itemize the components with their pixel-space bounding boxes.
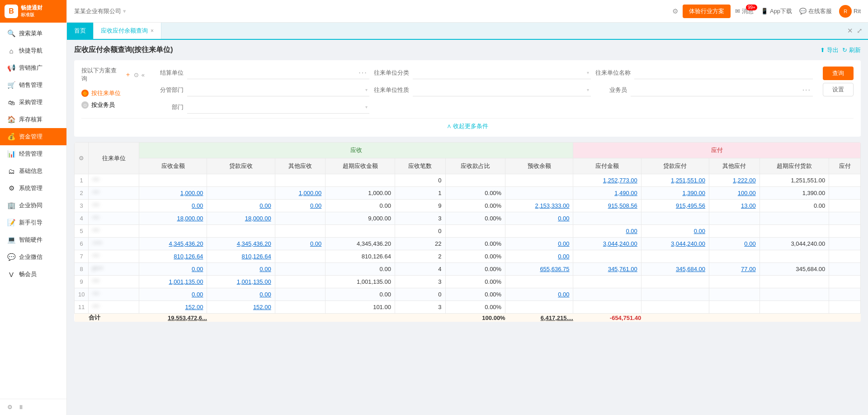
tab-arbalance-close[interactable]: × <box>151 28 154 34</box>
field-dept-input[interactable]: ▾ <box>187 84 369 96</box>
settings-footer-icon[interactable]: ⚙ <box>7 404 13 410</box>
solution-button[interactable]: 体验行业方案 <box>683 5 731 18</box>
table-footer-row: 合计 19,553,472,6... 100.00% 6,417,215....… <box>75 314 861 322</box>
footer-ar-amount[interactable]: 19,553,472,6... <box>139 314 207 322</box>
table-cell[interactable]: 0.00 <box>207 200 275 212</box>
table-cell[interactable]: 1,490.00 <box>573 187 641 200</box>
field-unit-category-input[interactable]: ▾ <box>413 67 591 79</box>
table-cell[interactable]: 0.00 <box>139 200 207 212</box>
scheme-collapse-icon[interactable]: « <box>142 72 145 78</box>
row-unit-name: *** <box>89 174 139 187</box>
sidebar-item-guide[interactable]: 📝 新手引导 <box>0 214 66 231</box>
tab-close-window-icon[interactable]: ✕ <box>847 27 853 35</box>
table-cell[interactable]: 152.00 <box>207 301 275 314</box>
th-ar-count: 应收笔数 <box>395 158 445 174</box>
query-button[interactable]: 查询 <box>823 67 854 80</box>
sidebar-item-enterprise[interactable]: 🏢 企业协同 <box>0 197 66 214</box>
table-cell[interactable]: 4,345,436.20 <box>207 238 275 250</box>
table-cell[interactable]: 1,390.00 <box>641 187 709 200</box>
table-cell[interactable]: 0.00 <box>505 288 573 301</box>
table-cell <box>709 301 760 314</box>
sidebar-item-management[interactable]: 📊 经营管理 <box>0 145 66 162</box>
scheme-dot-inactive: ⊙ <box>81 101 89 109</box>
table-cell[interactable]: 810,126.64 <box>139 250 207 263</box>
table-cell[interactable]: 0.00 <box>505 250 573 263</box>
table-cell[interactable]: 915,495.56 <box>641 200 709 212</box>
sidebar-item-inventory[interactable]: 🏠 库存核算 <box>0 111 66 128</box>
table-cell[interactable]: 0.00 <box>505 212 573 225</box>
sidebar-item-hardware[interactable]: 💻 智能硬件 <box>0 231 66 248</box>
sidebar-item-sales[interactable]: 🛒 销售管理 <box>0 76 66 94</box>
table-cell[interactable]: 810,126.64 <box>207 250 275 263</box>
row-num: 4 <box>75 212 89 225</box>
field-division-input[interactable]: ▾ <box>187 101 369 114</box>
sidebar-item-marketing[interactable]: 📢 营销推广 <box>0 59 66 76</box>
topbar: 某某企业有限公司 ▾ ⚙ 体验行业方案 ✉ 消息 99+ 📱 App下载 💬 在… <box>67 0 868 23</box>
table-cell[interactable]: 18,000.00 <box>207 212 275 225</box>
table-cell[interactable]: 915,508.56 <box>573 200 641 212</box>
export-button[interactable]: ⬆ 导出 <box>820 46 839 54</box>
field-unit-name-input[interactable] <box>634 67 813 79</box>
app-download-button[interactable]: 📱 App下载 <box>761 7 792 15</box>
table-cell: 0.00% <box>445 212 505 225</box>
refresh-button[interactable]: ↻ 刷新 <box>842 46 861 54</box>
table-cell[interactable]: 1,001,135.00 <box>207 276 275 288</box>
table-cell[interactable]: 0.00 <box>207 263 275 276</box>
sidebar-item-system[interactable]: ⚙ 系统管理 <box>0 180 66 197</box>
sidebar-item-finance[interactable]: 💰 资金管理 <box>0 128 66 145</box>
table-cell[interactable]: 1,251,551.00 <box>641 174 709 187</box>
sidebar-item-search[interactable]: 🔍 搜索菜单 <box>0 25 66 42</box>
table-cell[interactable]: 345,761.00 <box>573 263 641 276</box>
field-salesman-input[interactable]: ··· <box>631 84 813 96</box>
table-cell[interactable]: 77.00 <box>709 263 760 276</box>
table-cell[interactable]: 0.00 <box>641 225 709 238</box>
table-cell[interactable]: 345,684.00 <box>641 263 709 276</box>
sidebar-item-purchase[interactable]: 🛍 采购管理 <box>0 94 66 111</box>
sidebar-item-wechat[interactable]: 💬 企业微信 <box>0 248 66 266</box>
table-cell[interactable]: 1,222.00 <box>709 174 760 187</box>
table-cell[interactable]: 0.00 <box>505 238 573 250</box>
table-cell[interactable]: 4,345,436.20 <box>139 238 207 250</box>
table-cell[interactable]: 0.00 <box>139 288 207 301</box>
table-cell[interactable]: 0.00 <box>207 288 275 301</box>
table-cell[interactable]: 3,044,240.00 <box>641 238 709 250</box>
table-cell[interactable]: 2,153,333.00 <box>505 200 573 212</box>
sidebar-item-basic[interactable]: 🗂 基础信息 <box>0 162 66 180</box>
field-unit-nature-input[interactable]: ▾ <box>413 84 591 96</box>
table-cell[interactable]: 0.00 <box>275 200 326 212</box>
table-cell[interactable]: 0.00 <box>573 225 641 238</box>
table-cell[interactable]: 100.00 <box>709 187 760 200</box>
tab-expand-icon[interactable]: ⤢ <box>857 27 863 35</box>
table-cell[interactable]: 0.00 <box>139 263 207 276</box>
scheme-item-unit[interactable]: 🔶 按往来单位 <box>81 87 145 99</box>
table-cell[interactable]: 1,252,773.00 <box>573 174 641 187</box>
user-avatar-button[interactable]: R Rit <box>839 5 861 18</box>
table-cell[interactable]: 152.00 <box>139 301 207 314</box>
online-service-button[interactable]: 💬 在线客服 <box>799 7 832 15</box>
footer-ar-prepay[interactable]: 6,417,215.... <box>505 314 573 322</box>
sidebar-item-system-label: 系统管理 <box>19 184 42 192</box>
table-cell[interactable]: 655,636.75 <box>505 263 573 276</box>
collapse-footer-icon[interactable]: ⏸ <box>18 404 24 410</box>
table-cell[interactable]: 0.00 <box>275 238 326 250</box>
sidebar-item-quicknav[interactable]: ⌂ 快捷导航 <box>0 42 66 59</box>
topbar-gear-icon[interactable]: ⚙ <box>672 7 678 15</box>
messages-button[interactable]: ✉ 消息 99+ <box>735 7 754 15</box>
table-cell[interactable]: 13.00 <box>709 200 760 212</box>
collapse-conditions-button[interactable]: ∧ 收起更多条件 <box>447 123 489 129</box>
add-scheme-icon[interactable]: ＋ <box>125 71 131 79</box>
tab-home[interactable]: 首页 <box>67 23 94 39</box>
th-gear[interactable]: ⚙ <box>75 143 89 174</box>
sidebar-item-member[interactable]: V 畅会员 <box>0 266 66 283</box>
table-cell[interactable]: 18,000.00 <box>139 212 207 225</box>
setting-button[interactable]: 设置 <box>823 83 854 96</box>
table-cell[interactable]: 1,000.00 <box>275 187 326 200</box>
table-cell[interactable]: 1,001,135.00 <box>139 276 207 288</box>
table-cell[interactable]: 1,000.00 <box>139 187 207 200</box>
tab-arbalance[interactable]: 应收应付余额查询 × <box>94 23 161 39</box>
table-cell[interactable]: 0.00 <box>709 238 760 250</box>
scheme-item-staff[interactable]: ⊙ 按业务员 <box>81 99 145 111</box>
table-cell[interactable]: 3,044,240.00 <box>573 238 641 250</box>
scheme-settings-icon[interactable]: ⊙ <box>134 72 139 78</box>
field-settlement-input[interactable]: ··· <box>187 67 369 79</box>
